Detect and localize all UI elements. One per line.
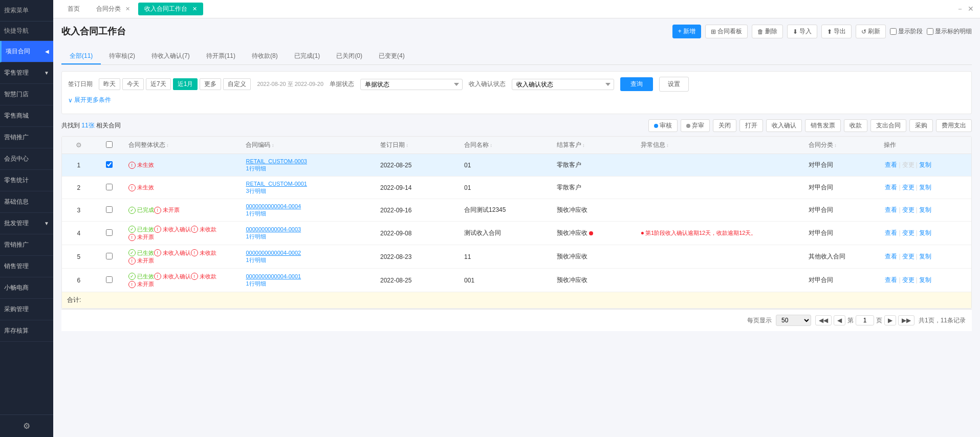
op-change-btn[interactable]: 变更 xyxy=(901,206,916,213)
contract-code-link[interactable]: 0000000000004-0001 xyxy=(246,273,301,279)
op-copy-btn[interactable]: 复制 xyxy=(918,229,932,236)
op-copy-btn[interactable]: 复制 xyxy=(918,161,932,168)
show-detail-check[interactable]: 显示标的明细 xyxy=(927,27,972,36)
date-yesterday[interactable]: 昨天 xyxy=(99,78,120,90)
op-view-btn[interactable]: 查看 xyxy=(884,184,898,191)
expand-filter-btn[interactable]: ∨ 展开更多条件 xyxy=(68,96,111,104)
close-btn[interactable]: 关闭 xyxy=(713,119,736,132)
page-input[interactable] xyxy=(856,315,874,325)
row-checkbox-cell[interactable] xyxy=(96,154,123,177)
op-change-btn[interactable]: 变更 xyxy=(901,229,916,236)
row-code[interactable]: RETAIL_CUSTOM-00013行明细 xyxy=(241,177,375,199)
sidebar-item-sales-mgmt[interactable]: 销售管理 xyxy=(0,256,53,277)
date-today[interactable]: 今天 xyxy=(122,78,144,90)
set-button[interactable]: 设置 xyxy=(659,77,689,92)
th-settings[interactable]: ⚙ xyxy=(62,137,96,154)
next-page-btn[interactable]: ▶ xyxy=(884,315,896,325)
th-code[interactable]: 合同编码 xyxy=(241,137,375,154)
row-operations[interactable]: 查看|变更|复制 xyxy=(879,177,971,199)
op-view-btn[interactable]: 查看 xyxy=(884,161,898,168)
contract-code-link[interactable]: RETAIL_CUSTOM-0001 xyxy=(246,181,307,187)
row-checkbox-cell[interactable] xyxy=(96,222,123,245)
abandon-btn[interactable]: 弃审 xyxy=(681,119,710,132)
row-code[interactable]: 0000000000004-00031行明细 xyxy=(241,222,375,245)
minimize-icon[interactable]: － xyxy=(956,5,964,14)
row-checkbox-cell[interactable] xyxy=(96,199,123,222)
row-operations[interactable]: 查看|变更|复制 xyxy=(879,154,971,177)
row-operations[interactable]: 查看|变更|复制 xyxy=(879,245,971,269)
op-change-btn[interactable]: 变更 xyxy=(901,253,916,260)
date-last1month[interactable]: 近1月 xyxy=(173,78,198,90)
purchase-btn[interactable]: 采购 xyxy=(909,119,933,132)
sales-invoice-btn[interactable]: 销售发票 xyxy=(805,119,841,132)
refresh-button[interactable]: ↺ 刷新 xyxy=(856,25,886,38)
income-confirm-select[interactable]: 收入确认状态 xyxy=(512,79,614,90)
status-tab-pending-payment[interactable]: 待收款(8) xyxy=(244,49,286,64)
status-tab-closed[interactable]: 已关闭(0) xyxy=(328,49,371,64)
sidebar-item-purchase-mgmt[interactable]: 采购管理 xyxy=(0,299,53,320)
sidebar-item-member[interactable]: 会员中心 xyxy=(0,148,53,170)
contract-code-link[interactable]: 0000000000004-0002 xyxy=(246,250,301,256)
op-change-btn[interactable]: 变更 xyxy=(901,276,916,283)
export-button[interactable]: ⬆ 导出 xyxy=(821,25,852,38)
select-all-checkbox[interactable] xyxy=(106,141,113,148)
th-sign-date[interactable]: 签订日期 xyxy=(375,137,459,154)
op-copy-btn[interactable]: 复制 xyxy=(918,253,932,260)
status-tab-pending-invoice[interactable]: 待开票(11) xyxy=(198,49,244,64)
status-tab-pending-confirm[interactable]: 待收入确认(7) xyxy=(143,49,198,64)
payment-btn[interactable]: 收款 xyxy=(844,119,867,132)
row-checkbox[interactable] xyxy=(106,229,113,236)
th-overall-status[interactable]: 合同整体状态 xyxy=(123,137,241,154)
expense-btn[interactable]: 费用支出 xyxy=(936,119,972,132)
new-button[interactable]: + 新增 xyxy=(672,25,701,38)
review-btn[interactable]: 审核 xyxy=(648,119,678,132)
show-fields-check[interactable]: 显示阶段 xyxy=(890,27,923,36)
op-copy-btn[interactable]: 复制 xyxy=(918,276,932,283)
th-name[interactable]: 合同名称 xyxy=(459,137,551,154)
row-detail-count[interactable]: 1行明细 xyxy=(246,233,266,239)
op-view-btn[interactable]: 查看 xyxy=(884,206,898,213)
row-checkbox[interactable] xyxy=(106,253,113,259)
sidebar-item-smart-store[interactable]: 智慧门店 xyxy=(0,84,53,105)
tab-close-income-workbench[interactable]: ✕ xyxy=(192,6,197,12)
status-tab-pending-review[interactable]: 待审核(2) xyxy=(101,49,143,64)
tab-income-workbench[interactable]: 收入合同工作台 ✕ xyxy=(138,3,203,15)
th-abnormal[interactable]: 异常信息 xyxy=(636,137,803,154)
status-tab-completed[interactable]: 已完成(1) xyxy=(286,49,329,64)
tab-close-contract-category[interactable]: ✕ xyxy=(125,6,130,12)
row-checkbox-cell[interactable] xyxy=(96,177,123,199)
settings-icon[interactable]: ⚙ xyxy=(76,141,82,149)
row-checkbox[interactable] xyxy=(106,184,113,190)
sidebar-item-base-info[interactable]: 基础信息 xyxy=(0,191,53,213)
gear-icon[interactable]: ⚙ xyxy=(4,421,49,431)
date-custom[interactable]: 自定义 xyxy=(223,78,251,90)
th-customer[interactable]: 结算客户 xyxy=(552,137,636,154)
op-copy-btn[interactable]: 复制 xyxy=(918,184,932,191)
sidebar-item-marketing2[interactable]: 营销推广 xyxy=(0,234,53,256)
contract-code-link[interactable]: RETAIL_CUSTOM-0003 xyxy=(246,158,307,164)
open-btn[interactable]: 打开 xyxy=(739,119,763,132)
import-button[interactable]: ⬇ 导入 xyxy=(787,25,817,38)
row-checkbox[interactable] xyxy=(106,161,113,168)
row-code[interactable]: 0000000000004-00041行明细 xyxy=(241,199,375,222)
status-tab-changed[interactable]: 已变更(4) xyxy=(371,49,413,64)
row-code[interactable]: RETAIL_CUSTOM-00031行明细 xyxy=(241,154,375,177)
query-button[interactable]: 查询 xyxy=(620,77,653,91)
prev-page-btn[interactable]: ◀ xyxy=(834,315,845,325)
sidebar-search[interactable]: 搜索菜单 xyxy=(0,0,53,21)
close-icon[interactable]: ✕ xyxy=(968,5,974,14)
row-operations[interactable]: 查看|变更|复制 xyxy=(879,269,971,292)
row-checkbox-cell[interactable] xyxy=(96,245,123,269)
sidebar-item-xiaochangec[interactable]: 小畅电商 xyxy=(0,277,53,299)
row-detail-count[interactable]: 1行明细 xyxy=(246,257,266,263)
income-confirm-btn[interactable]: 收入确认 xyxy=(766,119,802,132)
op-change-btn[interactable]: 变更 xyxy=(901,184,916,191)
row-detail-count[interactable]: 1行明细 xyxy=(246,165,266,171)
row-code[interactable]: 0000000000004-00011行明细 xyxy=(241,269,375,292)
show-fields-checkbox[interactable] xyxy=(890,28,897,35)
doc-status-select[interactable]: 单据状态 xyxy=(360,79,463,90)
op-view-btn[interactable]: 查看 xyxy=(884,276,898,283)
sidebar-item-retail-mall[interactable]: 零售商城 xyxy=(0,105,53,127)
page-size-select[interactable]: 50 10 20 100 xyxy=(776,315,811,326)
last-page-btn[interactable]: ▶▶ xyxy=(898,315,914,325)
